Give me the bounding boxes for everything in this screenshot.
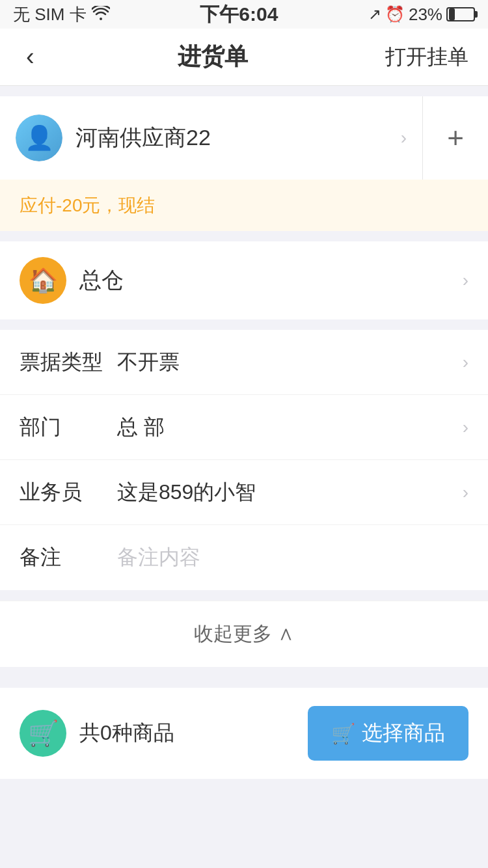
- collapse-label: 收起更多 ∧: [194, 621, 293, 647]
- invoice-type-label: 票据类型: [20, 348, 104, 377]
- main-content: 河南供应商22 › + 应付-20元，现结 🏠 总仓 › 票据类型 不开票 › …: [0, 86, 488, 868]
- salesperson-value: 这是859的小智: [117, 478, 456, 507]
- alarm-icon: ⏰: [385, 5, 405, 23]
- product-section: 🛒 共0种商品 🛒 选择商品: [0, 688, 488, 779]
- status-bar: 无 SIM 卡 下午6:04 ↗ ⏰ 23%: [0, 0, 488, 29]
- warehouse-icon: 🏠: [20, 257, 66, 304]
- notice-text: 应付-20元，现结: [20, 195, 155, 215]
- product-count: 共0种商品: [79, 719, 308, 748]
- salesperson-chevron: ›: [463, 482, 468, 503]
- department-value: 总 部: [117, 413, 456, 442]
- remark-input[interactable]: 备注内容: [117, 543, 468, 572]
- invoice-type-value: 不开票: [117, 348, 456, 377]
- avatar-image: [16, 115, 62, 161]
- battery-icon: [446, 7, 475, 21]
- salesperson-label: 业务员: [20, 478, 104, 507]
- supplier-chevron-icon: ›: [401, 128, 407, 148]
- warehouse-name: 总仓: [79, 265, 456, 295]
- status-left: 无 SIM 卡: [13, 3, 110, 26]
- open-pending-button[interactable]: 打开挂单: [385, 43, 468, 72]
- page-title: 进货单: [178, 41, 248, 73]
- department-chevron: ›: [463, 417, 468, 438]
- notice-bar: 应付-20元，现结: [0, 180, 488, 231]
- invoice-type-row[interactable]: 票据类型 不开票 ›: [0, 330, 488, 395]
- select-product-button[interactable]: 🛒 选择商品: [308, 706, 468, 761]
- supplier-name: 河南供应商22: [75, 123, 394, 153]
- carrier-text: 无 SIM 卡: [13, 3, 87, 26]
- department-row[interactable]: 部门 总 部 ›: [0, 395, 488, 460]
- wifi-icon: [92, 5, 110, 25]
- back-button[interactable]: ‹: [20, 36, 41, 77]
- remark-row[interactable]: 备注 备注内容: [0, 525, 488, 590]
- add-supplier-button[interactable]: +: [423, 96, 488, 180]
- product-icon-symbol: 🛒: [28, 719, 59, 748]
- select-product-icon: 🛒: [331, 722, 355, 745]
- supplier-avatar: [16, 115, 62, 161]
- remark-label: 备注: [20, 543, 104, 572]
- supplier-section: 河南供应商22 › +: [0, 96, 488, 180]
- supplier-select-row[interactable]: 河南供应商22 ›: [0, 96, 423, 180]
- add-icon: +: [447, 122, 464, 154]
- warehouse-icon-symbol: 🏠: [29, 267, 58, 294]
- select-product-label: 选择商品: [362, 719, 445, 748]
- fields-section: 票据类型 不开票 › 部门 总 部 › 业务员 这是859的小智 › 备注 备注…: [0, 330, 488, 590]
- battery-text: 23%: [409, 5, 442, 25]
- location-icon: ↗: [368, 5, 381, 23]
- invoice-type-chevron: ›: [463, 352, 468, 373]
- warehouse-row[interactable]: 🏠 总仓 ›: [0, 241, 488, 319]
- department-label: 部门: [20, 413, 104, 442]
- nav-bar: ‹ 进货单 打开挂单: [0, 29, 488, 86]
- collapse-button[interactable]: 收起更多 ∧: [0, 601, 488, 667]
- salesperson-row[interactable]: 业务员 这是859的小智 ›: [0, 460, 488, 525]
- status-right: ↗ ⏰ 23%: [368, 5, 475, 25]
- product-icon: 🛒: [20, 710, 66, 757]
- status-time: 下午6:04: [200, 1, 278, 28]
- warehouse-chevron-icon: ›: [463, 270, 468, 291]
